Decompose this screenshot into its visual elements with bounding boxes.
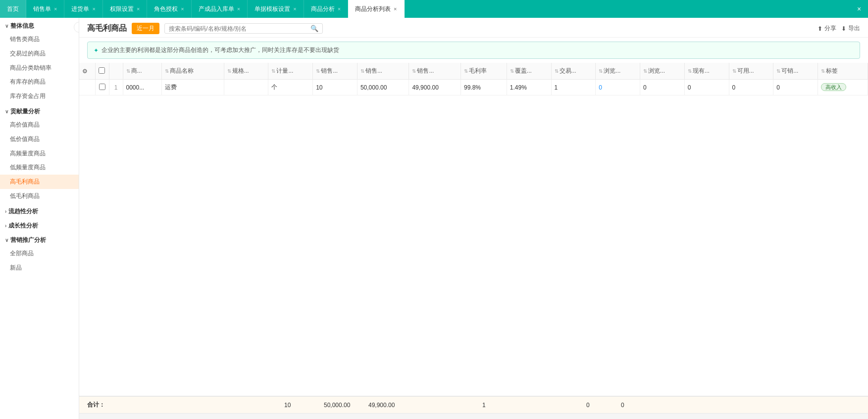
- export-icon: ⬇: [841, 25, 846, 32]
- nav-tab-template-settings-close[interactable]: ×: [293, 6, 296, 12]
- content-title: 高毛利商品: [87, 23, 127, 34]
- col-transaction[interactable]: ⇅交易...: [551, 63, 596, 80]
- col-tag[interactable]: ⇅标签: [818, 63, 868, 80]
- footer-available: 0: [618, 402, 653, 409]
- nav-tab-template-settings[interactable]: 单据模板设置 ×: [248, 0, 304, 18]
- sidebar-group-overall-info[interactable]: ∨ 整体信息: [0, 18, 79, 32]
- nav-tab-purchase-close[interactable]: ×: [92, 6, 95, 12]
- sidebar-group-contribution-analysis-arrow: ∨: [5, 109, 8, 114]
- col-product-name[interactable]: ⇅商品名称: [161, 63, 224, 80]
- nav-tab-sales[interactable]: 销售单 ×: [26, 0, 64, 18]
- footer-sales-cost: 49,900.00: [365, 402, 410, 409]
- footer-sales-qty: 10: [281, 402, 321, 409]
- col-unit[interactable]: ⇅计量...: [268, 63, 313, 80]
- col-available[interactable]: ⇅可用...: [729, 63, 773, 80]
- sidebar-item-new-goods[interactable]: 新品: [0, 261, 79, 275]
- sidebar-group-trend-analysis-label: 流趋性分析: [8, 207, 38, 216]
- filter-month-button[interactable]: 近一月: [132, 23, 159, 34]
- export-button[interactable]: ⬇ 导出: [841, 24, 860, 33]
- sidebar-group-contribution-analysis-label: 贡献量分析: [10, 107, 40, 116]
- row-product-code-cell: 0000...: [123, 80, 161, 95]
- sidebar-item-sales-goods[interactable]: 销售类商品: [0, 32, 79, 47]
- nav-tab-product-analysis-close[interactable]: ×: [338, 6, 341, 12]
- data-table-wrapper: ⚙ ⇅商... ⇅商品名称 ⇅规格...: [79, 63, 868, 396]
- sidebar-group-growth-analysis[interactable]: › 成长性分析: [0, 218, 79, 232]
- sidebar-group-marketing-analysis[interactable]: ∨ 营销推广分析: [0, 232, 79, 246]
- share-icon: ⬆: [817, 25, 822, 32]
- col-sales-qty[interactable]: ⇅销售...: [313, 63, 357, 80]
- col-sales-amount[interactable]: ⇅销售...: [357, 63, 409, 80]
- sidebar-group-contribution-analysis[interactable]: ∨ 贡献量分析: [0, 103, 79, 118]
- row-sales-cost-cell: 49,900.00: [409, 80, 461, 95]
- sidebar-item-high-freq-goods[interactable]: 高频量度商品: [0, 146, 79, 161]
- nav-tab-product-entry-close[interactable]: ×: [237, 6, 240, 12]
- nav-tab-product-analysis[interactable]: 商品分析 ×: [304, 0, 348, 18]
- row-browse2-cell: 0: [640, 80, 685, 95]
- nav-tab-product-analysis-list[interactable]: 商品分析列表 ×: [348, 0, 404, 18]
- col-browse1[interactable]: ⇅浏览...: [596, 63, 640, 80]
- row-product-name-cell: 运费: [161, 80, 224, 95]
- table-footer: 合计： 10 50,000.00 49,900.00 1 0 0: [79, 396, 868, 413]
- sidebar-item-low-margin-goods[interactable]: 低毛利商品: [0, 189, 79, 203]
- row-tag-cell: 高收入: [818, 80, 868, 95]
- sidebar-item-in-stock-goods[interactable]: 有库存的商品: [0, 75, 79, 89]
- sidebar-item-inventory-occupation[interactable]: 库存资金占用: [0, 89, 79, 103]
- col-product-code[interactable]: ⇅商...: [123, 63, 161, 80]
- footer-values: 10 50,000.00 49,900.00 1 0 0: [119, 402, 868, 409]
- info-icon: ✦: [94, 47, 99, 54]
- sidebar-group-trend-analysis-arrow: ›: [5, 209, 6, 214]
- footer-sales-amount: 50,000.00: [321, 402, 365, 409]
- sidebar-group-growth-analysis-label: 成长性分析: [8, 222, 38, 230]
- sidebar-group-marketing-analysis-label: 营销推广分析: [10, 236, 46, 244]
- search-input[interactable]: [169, 25, 310, 32]
- close-all-tabs-button[interactable]: ×: [850, 0, 868, 18]
- nav-tab-role-permission-close[interactable]: ×: [181, 6, 184, 12]
- sidebar-item-high-margin-goods[interactable]: 高毛利商品: [0, 175, 79, 189]
- row-sales-qty-cell: 10: [313, 80, 357, 95]
- nav-tab-permission-settings-close[interactable]: ×: [137, 6, 140, 12]
- footer-transaction: 1: [479, 402, 514, 409]
- col-current-stock[interactable]: ⇅现有...: [684, 63, 729, 80]
- sidebar-group-trend-analysis[interactable]: › 流趋性分析: [0, 203, 79, 218]
- sidebar-group-overall-info-label: 整体信息: [10, 22, 34, 30]
- sidebar-item-all-goods[interactable]: 全部商品: [0, 246, 79, 261]
- nav-tab-sales-close[interactable]: ×: [54, 6, 57, 12]
- content-header: 高毛利商品 近一月 🔍 ⬆ 分享 ⬇ 导出: [79, 18, 868, 38]
- col-saleable[interactable]: ⇅可销...: [773, 63, 818, 80]
- col-checkbox: [95, 63, 109, 80]
- col-settings[interactable]: ⚙: [79, 63, 95, 80]
- sidebar-item-low-freq-goods[interactable]: 低频量度商品: [0, 160, 79, 175]
- share-button[interactable]: ⬆ 分享: [817, 24, 836, 33]
- content-area: 高毛利商品 近一月 🔍 ⬆ 分享 ⬇ 导出 ✦ 企业的主要的利润都是这部分商品创…: [79, 18, 868, 419]
- horizontal-scrollbar[interactable]: [79, 413, 868, 419]
- sidebar-group-overall-info-arrow: ∨: [5, 23, 8, 29]
- col-gross-margin[interactable]: ⇅毛利率: [460, 63, 507, 80]
- nav-tab-role-permission[interactable]: 角色授权 ×: [147, 0, 191, 18]
- nav-tab-product-entry-label: 产成品入库单: [199, 5, 234, 13]
- sidebar-item-traded-goods[interactable]: 交易过的商品: [0, 47, 79, 61]
- row-sales-amount-cell: 50,000.00: [357, 80, 409, 95]
- col-spec[interactable]: ⇅规格...: [224, 63, 268, 80]
- table-header-row: ⚙ ⇅商... ⇅商品名称 ⇅规格...: [79, 63, 868, 80]
- col-coverage[interactable]: ⇅覆盖...: [507, 63, 551, 80]
- search-icon[interactable]: 🔍: [310, 25, 318, 32]
- row-checkbox-cell[interactable]: [95, 80, 109, 95]
- nav-tab-product-entry[interactable]: 产成品入库单 ×: [192, 0, 248, 18]
- sidebar-item-goods-classification[interactable]: 商品分类助销率: [0, 61, 79, 75]
- sidebar-item-high-value-goods[interactable]: 高价值商品: [0, 118, 79, 132]
- row-browse1-cell[interactable]: 0: [596, 80, 640, 95]
- header-actions: ⬆ 分享 ⬇ 导出: [817, 24, 860, 33]
- sidebar-item-low-value-goods[interactable]: 低价值商品: [0, 132, 79, 146]
- col-sales-cost[interactable]: ⇅销售...: [409, 63, 461, 80]
- nav-tab-sales-label: 销售单: [33, 5, 51, 13]
- select-all-checkbox[interactable]: [99, 67, 105, 74]
- row-coverage-cell: 1.49%: [507, 80, 551, 95]
- nav-tab-home[interactable]: 首页: [0, 0, 26, 18]
- col-browse2[interactable]: ⇅浏览...: [640, 63, 685, 80]
- nav-tab-purchase[interactable]: 进货单 ×: [64, 0, 102, 18]
- nav-tab-product-analysis-list-close[interactable]: ×: [394, 6, 397, 12]
- col-rownum: [109, 63, 123, 80]
- nav-tab-purchase-label: 进货单: [71, 5, 89, 13]
- row-spec-cell: [224, 80, 268, 95]
- nav-tab-permission-settings[interactable]: 权限设置 ×: [103, 0, 147, 18]
